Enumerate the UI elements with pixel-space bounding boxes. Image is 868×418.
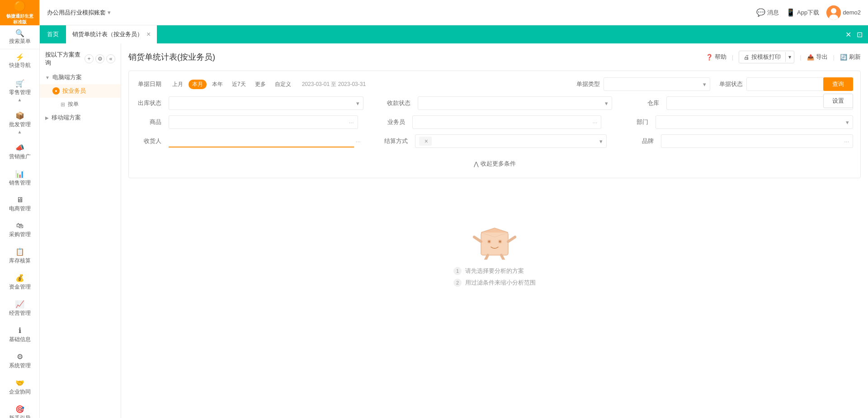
svg-line-7 bbox=[486, 255, 488, 260]
consignee-input[interactable] bbox=[169, 135, 354, 147]
lp-section-mobile-header[interactable]: ▶ 移动端方案 bbox=[40, 111, 121, 124]
date-label: 单据日期 bbox=[136, 80, 161, 88]
content-area: 按以下方案查询 + ⚙ « ▼ 电脑端方案 ● 按业务员 bbox=[40, 43, 868, 418]
paystatus-select[interactable]: ▾ bbox=[418, 96, 613, 110]
date-tab-more[interactable]: 更多 bbox=[251, 80, 269, 89]
lp-item-salesperson[interactable]: ● 按业务员 bbox=[40, 84, 121, 98]
sidebar-item-operations[interactable]: 📈 经营管理 bbox=[0, 295, 39, 322]
sidebar: 🟠 畅捷通好生意 标准版 🔍 搜索菜单 ⚡ 快捷导航 🛒 零售管理 ▲ 📦 批发… bbox=[0, 0, 40, 418]
print-icon: 🖨 bbox=[744, 54, 750, 61]
sidebar-item-guide[interactable]: 🎯 新手引导 bbox=[0, 400, 39, 418]
download-icon: 📱 bbox=[786, 8, 795, 17]
export-button[interactable]: 📤 导出 bbox=[807, 53, 828, 61]
retail-icon: 🛒 bbox=[15, 79, 24, 88]
sidebar-item-sysadmin[interactable]: ⚙ 系统管理 bbox=[0, 348, 39, 374]
print-button[interactable]: 🖨 按模板打印 bbox=[739, 51, 785, 63]
collapse-button[interactable]: ⋀ 收起更多条件 bbox=[467, 158, 523, 170]
doctype-cell: 单据类型 ▾ bbox=[575, 77, 710, 91]
date-range-display: 2023-03-01 至 2023-03-31 bbox=[302, 81, 366, 88]
page-title-actions: ❓ 帮助 | 🖨 按模板打印 ▾ | 📤 导出 bbox=[706, 51, 861, 63]
brand-dots: ··· bbox=[844, 138, 849, 145]
dept-arrow: ▾ bbox=[846, 119, 849, 126]
date-tabs: 上月 本月 本年 近7天 更多 自定义 bbox=[169, 80, 295, 89]
workspace-selector[interactable]: 办公用品行业模拟账套 ▾ bbox=[47, 9, 111, 17]
operations-label: 经营管理 bbox=[9, 309, 31, 317]
goods-dots: ··· bbox=[349, 119, 354, 126]
empty-steps-list: 1 请先选择要分析的方案 2 用过滤条件来缩小分析范围 bbox=[453, 267, 536, 290]
user-profile[interactable]: demo2 bbox=[826, 5, 861, 20]
collapse-up-icon: ⋀ bbox=[474, 161, 479, 167]
page-title-bar: 销货单统计表(按业务员) ❓ 帮助 | 🖨 按模板打印 ▾ | bbox=[128, 51, 861, 63]
message-button[interactable]: 💬 消息 bbox=[756, 8, 779, 17]
refresh-button[interactable]: 🔄 刷新 bbox=[840, 53, 861, 61]
help-button[interactable]: ❓ 帮助 bbox=[706, 53, 726, 61]
print-dropdown-button[interactable]: ▾ bbox=[785, 52, 794, 62]
sidebar-item-sales[interactable]: 📊 销售管理 bbox=[0, 165, 39, 191]
sidebar-item-wholesale[interactable]: 📦 批发管理 ▲ bbox=[0, 107, 39, 139]
sidebar-item-ecommerce[interactable]: 🖥 电商管理 bbox=[0, 191, 39, 217]
tab-home-label: 首页 bbox=[47, 30, 59, 38]
sidebar-item-finance[interactable]: 💰 资金管理 bbox=[0, 269, 39, 295]
add-scheme-button[interactable]: + bbox=[85, 54, 94, 63]
wholesale-icon: 📦 bbox=[15, 111, 24, 120]
svg-line-5 bbox=[474, 237, 481, 242]
sidebar-item-retail[interactable]: 🛒 零售管理 ▲ bbox=[0, 75, 39, 107]
salesperson-control: ··· bbox=[412, 115, 602, 129]
collapse-panel-button[interactable]: « bbox=[106, 54, 115, 63]
tab-close-all-button[interactable]: ✕ bbox=[844, 28, 853, 41]
basicinfo-label: 基础信息 bbox=[9, 336, 31, 343]
query-settings-buttons: 查询 设置 bbox=[816, 71, 860, 114]
goods-input[interactable]: ··· bbox=[169, 115, 358, 129]
brand-label: 品牌 bbox=[628, 137, 654, 145]
sales-label: 销售管理 bbox=[9, 179, 31, 187]
settings-button[interactable]: 设置 bbox=[823, 94, 853, 108]
doctype-label: 单据类型 bbox=[575, 80, 600, 88]
date-tab-lastmonth[interactable]: 上月 bbox=[169, 80, 187, 89]
sidebar-item-purchase[interactable]: 🛍 采购管理 bbox=[0, 217, 39, 243]
sidebar-item-inventory[interactable]: 📋 库存核算 bbox=[0, 243, 39, 269]
step-2-num: 2 bbox=[453, 279, 462, 287]
sidebar-search-menu[interactable]: 🔍 搜索菜单 bbox=[0, 25, 39, 49]
left-panel-title: 按以下方案查询 bbox=[45, 51, 85, 67]
settlement-select[interactable]: × ▾ bbox=[415, 134, 607, 148]
outstatus-select[interactable]: ▾ bbox=[169, 96, 363, 110]
date-tab-7days[interactable]: 近7天 bbox=[228, 80, 250, 89]
date-tab-thisyear[interactable]: 本年 bbox=[208, 80, 226, 89]
date-tab-custom[interactable]: 自定义 bbox=[271, 80, 295, 89]
warehouse-label: 仓库 bbox=[634, 99, 659, 107]
settings-scheme-button[interactable]: ⚙ bbox=[95, 54, 104, 63]
consignee-label: 收货人 bbox=[136, 137, 161, 145]
svg-point-3 bbox=[488, 241, 490, 242]
app-download-button[interactable]: 📱 App下载 bbox=[786, 8, 819, 17]
sidebar-item-marketing[interactable]: 📣 营销推广 bbox=[0, 139, 39, 165]
app-name: 畅捷通好生意 bbox=[6, 13, 33, 19]
filter-row-1: 单据日期 上月 本月 本年 近7天 更多 自定义 2023-03-01 至 20… bbox=[136, 77, 853, 91]
tabbar: 首页 销货单统计表（按业务员） × ✕ ⊡ bbox=[40, 25, 868, 43]
tab-close-button[interactable]: × bbox=[146, 31, 151, 38]
outstatus-label: 出库状态 bbox=[136, 99, 161, 107]
collapse-bar: ⋀ 收起更多条件 bbox=[136, 153, 853, 171]
docstatus-label: 单据状态 bbox=[717, 80, 743, 88]
lp-sub-item-order[interactable]: ⊞ 按单 bbox=[40, 98, 121, 111]
workspace-title: 办公用品行业模拟账套 bbox=[47, 9, 106, 17]
purchase-label: 采购管理 bbox=[9, 231, 31, 238]
sidebar-item-collab[interactable]: 🤝 企业协同 bbox=[0, 374, 39, 400]
brand-input[interactable]: ··· bbox=[661, 134, 853, 148]
dept-select[interactable]: ▾ bbox=[656, 115, 853, 129]
step-2-text: 用过滤条件来缩小分析范围 bbox=[465, 279, 536, 287]
right-panel: 销货单统计表(按业务员) ❓ 帮助 | 🖨 按模板打印 ▾ | bbox=[121, 43, 868, 418]
sidebar-item-basicinfo[interactable]: ℹ 基础信息 bbox=[0, 322, 39, 348]
doctype-select[interactable]: ▾ bbox=[604, 77, 710, 91]
lp-section-pc-header[interactable]: ▼ 电脑端方案 bbox=[40, 71, 121, 84]
salesperson-input[interactable]: ··· bbox=[412, 115, 602, 129]
tab-active[interactable]: 销货单统计表（按业务员） × bbox=[66, 25, 157, 43]
date-tab-thismonth[interactable]: 本月 bbox=[189, 80, 207, 89]
query-button[interactable]: 查询 bbox=[823, 77, 853, 91]
sidebar-quick-nav[interactable]: ⚡ 快捷导航 bbox=[0, 49, 39, 73]
user-avatar bbox=[826, 5, 841, 20]
workspace-dropdown-icon: ▾ bbox=[108, 9, 111, 16]
tab-home[interactable]: 首页 bbox=[40, 25, 66, 43]
tab-maximize-button[interactable]: ⊡ bbox=[855, 28, 864, 41]
salesperson-label: 业务员 bbox=[380, 118, 405, 126]
settlement-tag-close[interactable]: × bbox=[425, 138, 428, 145]
